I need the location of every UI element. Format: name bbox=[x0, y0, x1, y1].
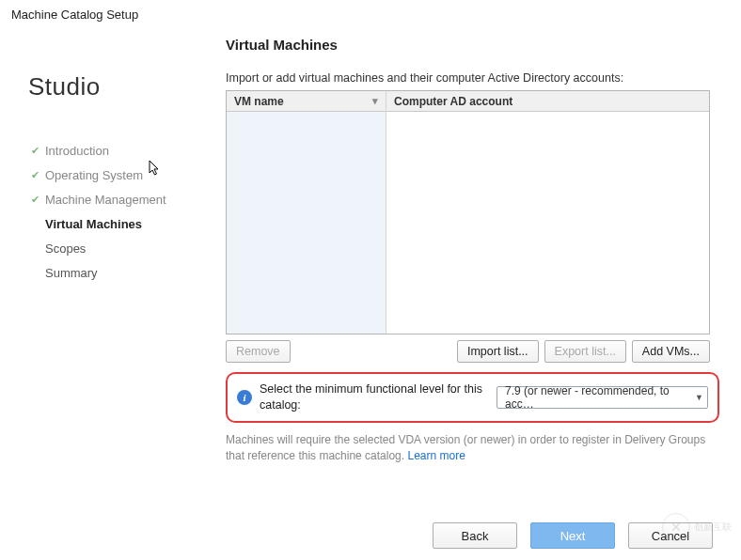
step-summary[interactable]: Summary bbox=[28, 261, 207, 284]
next-button[interactable]: Next bbox=[530, 522, 615, 549]
functional-level-label: Select the minimum functional level for … bbox=[260, 381, 489, 413]
vm-name-header[interactable]: VM name ▾ bbox=[227, 91, 386, 112]
wizard-sidebar: Studio ✔ Introduction ✔ Operating System… bbox=[19, 35, 207, 465]
step-introduction[interactable]: ✔ Introduction bbox=[28, 139, 207, 162]
step-operating-system[interactable]: ✔ Operating System bbox=[28, 163, 207, 186]
check-icon: ✔ bbox=[28, 169, 41, 181]
main-panel: Virtual Machines Import or add virtual m… bbox=[207, 35, 722, 465]
footnote-text: Machines will require the selected VDA v… bbox=[226, 433, 705, 462]
window-title: Machine Catalog Setup bbox=[0, 0, 741, 25]
studio-logo: Studio bbox=[28, 72, 207, 101]
step-virtual-machines[interactable]: Virtual Machines bbox=[28, 212, 207, 235]
vm-grid: VM name ▾ Computer AD account bbox=[226, 90, 710, 334]
watermark-text: 创新互联 bbox=[694, 521, 732, 534]
info-icon: i bbox=[237, 390, 252, 405]
step-label: Scopes bbox=[45, 241, 86, 256]
grid-buttons: Remove Import list... Export list... Add… bbox=[226, 340, 710, 363]
remove-button[interactable]: Remove bbox=[226, 340, 291, 363]
check-icon: ✔ bbox=[28, 145, 41, 157]
chevron-down-icon: ▼ bbox=[695, 393, 703, 402]
step-label: Machine Management bbox=[45, 193, 166, 207]
column-label: Computer AD account bbox=[394, 95, 512, 108]
content-area: Studio ✔ Introduction ✔ Operating System… bbox=[0, 25, 741, 465]
step-label: Introduction bbox=[45, 144, 109, 158]
learn-more-link[interactable]: Learn more bbox=[407, 449, 465, 462]
add-vms-button[interactable]: Add VMs... bbox=[632, 340, 710, 363]
step-label: Summary bbox=[45, 266, 98, 280]
import-list-button[interactable]: Import list... bbox=[457, 340, 539, 363]
vm-name-column: VM name ▾ bbox=[227, 91, 386, 334]
ad-account-header[interactable]: Computer AD account bbox=[386, 91, 709, 112]
footnote: Machines will require the selected VDA v… bbox=[226, 432, 710, 465]
step-machine-management[interactable]: ✔ Machine Management bbox=[28, 188, 207, 210]
back-button[interactable]: Back bbox=[433, 522, 517, 549]
instruction-text: Import or add virtual machines and their… bbox=[226, 71, 722, 85]
ad-account-column: Computer AD account bbox=[386, 91, 709, 334]
spacer bbox=[296, 340, 451, 363]
functional-level-box: i Select the minimum functional level fo… bbox=[226, 372, 719, 423]
column-label: VM name bbox=[234, 95, 284, 108]
watermark: ✕ 创新互联 bbox=[662, 513, 732, 541]
step-label: Virtual Machines bbox=[45, 217, 142, 231]
step-scopes[interactable]: Scopes bbox=[28, 237, 207, 259]
dropdown-value: 7.9 (or newer - recommended, to acc… bbox=[505, 384, 695, 411]
sort-down-icon[interactable]: ▾ bbox=[372, 95, 378, 107]
page-heading: Virtual Machines bbox=[226, 35, 722, 53]
export-list-button[interactable]: Export list... bbox=[544, 340, 626, 363]
watermark-icon: ✕ bbox=[662, 513, 690, 541]
check-icon: ✔ bbox=[28, 194, 41, 206]
functional-level-dropdown[interactable]: 7.9 (or newer - recommended, to acc… ▼ bbox=[497, 386, 708, 409]
step-label: Operating System bbox=[45, 168, 143, 182]
